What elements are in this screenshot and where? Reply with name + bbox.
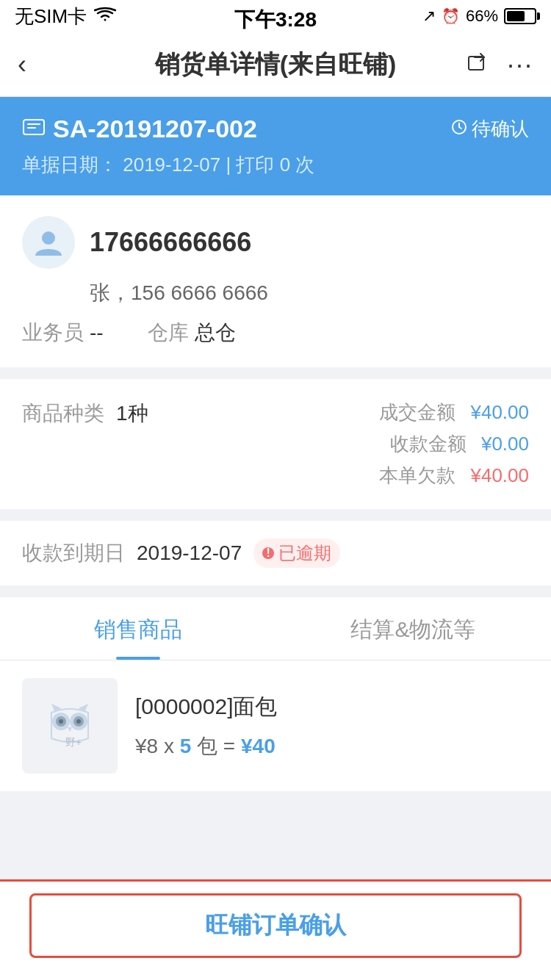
customer-phone: 17666666666 xyxy=(90,227,251,258)
order-meta: 单据日期： 2019-12-07 | 打印 0 次 xyxy=(22,152,529,178)
tab-products[interactable]: 销售商品 xyxy=(0,597,276,660)
status-time: 下午3:28 xyxy=(234,6,317,34)
svg-point-9 xyxy=(76,719,81,724)
customer-section: 17666666666 张，156 6666 6666 业务员 -- 仓库 总仓 xyxy=(0,195,551,367)
svg-text:野+: 野+ xyxy=(65,736,82,748)
tab-settlement[interactable]: 结算&物流等 xyxy=(276,597,551,660)
owed-amount: 本单欠款 ¥40.00 xyxy=(379,463,529,489)
order-icon xyxy=(22,115,46,143)
deal-amount: 成交金额 ¥40.00 xyxy=(379,400,529,425)
product-price-row: ¥8 x 5 包 = ¥40 xyxy=(135,732,529,760)
back-button[interactable]: ‹ xyxy=(10,42,34,87)
tabs-section: 销售商品 结算&物流等 xyxy=(0,597,551,791)
overdue-icon: ! xyxy=(262,547,274,559)
amounts: 成交金额 ¥40.00 收款金额 ¥0.00 本单欠款 ¥40.00 xyxy=(379,400,529,489)
table-row: 野+ [0000002]面包 ¥8 x 5 包 = ¥40 xyxy=(22,678,529,774)
confirm-order-button[interactable]: 旺铺订单确认 xyxy=(29,893,522,958)
alarm-icon: ⏰ xyxy=(442,7,460,25)
share-button[interactable] xyxy=(467,51,489,79)
salesperson-item: 业务员 -- xyxy=(22,319,104,347)
order-id: SA-20191207-002 xyxy=(22,115,257,143)
more-button[interactable]: ··· xyxy=(507,49,533,80)
customer-name: 张，156 6666 6666 xyxy=(22,279,529,307)
warehouse-item: 仓库 总仓 xyxy=(148,319,236,347)
svg-point-3 xyxy=(42,231,55,245)
overdue-badge: ! 已逾期 xyxy=(253,538,340,568)
svg-point-8 xyxy=(59,719,63,724)
battery-icon xyxy=(504,8,536,24)
product-list: 野+ [0000002]面包 ¥8 x 5 包 = ¥40 xyxy=(0,660,551,791)
received-amount: 收款金额 ¥0.00 xyxy=(390,431,529,457)
product-types-row: 商品种类 1种 xyxy=(22,400,379,428)
product-info: [0000002]面包 ¥8 x 5 包 = ¥40 xyxy=(135,692,529,760)
confirm-button-wrap: 旺铺订单确认 xyxy=(0,879,551,980)
stats-section: 商品种类 1种 成交金额 ¥40.00 收款金额 ¥0.00 本单欠款 ¥40.… xyxy=(0,379,551,509)
svg-rect-0 xyxy=(469,57,483,70)
product-name: [0000002]面包 xyxy=(135,692,529,722)
battery-percent: 66% xyxy=(466,7,498,26)
wifi-icon xyxy=(94,5,116,28)
location-icon: ↗ xyxy=(422,7,436,26)
status-badge: 待确认 xyxy=(451,116,529,142)
status-indicators: ↗ ⏰ 66% xyxy=(422,7,536,26)
product-thumbnail: 野+ xyxy=(22,678,118,774)
nav-actions: ··· xyxy=(467,49,533,80)
nav-bar: ‹ 销货单详情(来自旺铺) ··· xyxy=(0,32,551,97)
avatar xyxy=(22,216,75,269)
clock-icon xyxy=(451,118,467,140)
header-card: SA-20191207-002 待确认 单据日期： 2019-12-07 | 打… xyxy=(0,97,551,195)
status-carrier: 无SIM卡 xyxy=(15,4,116,29)
status-bar: 无SIM卡 下午3:28 ↗ ⏰ 66% xyxy=(0,0,551,32)
tabs-header: 销售商品 结算&物流等 xyxy=(0,597,551,660)
product-logo: 野+ xyxy=(40,698,99,754)
page-title: 销货单详情(来自旺铺) xyxy=(155,48,397,82)
due-date-section: 收款到期日 2019-12-07 ! 已逾期 xyxy=(0,521,551,586)
